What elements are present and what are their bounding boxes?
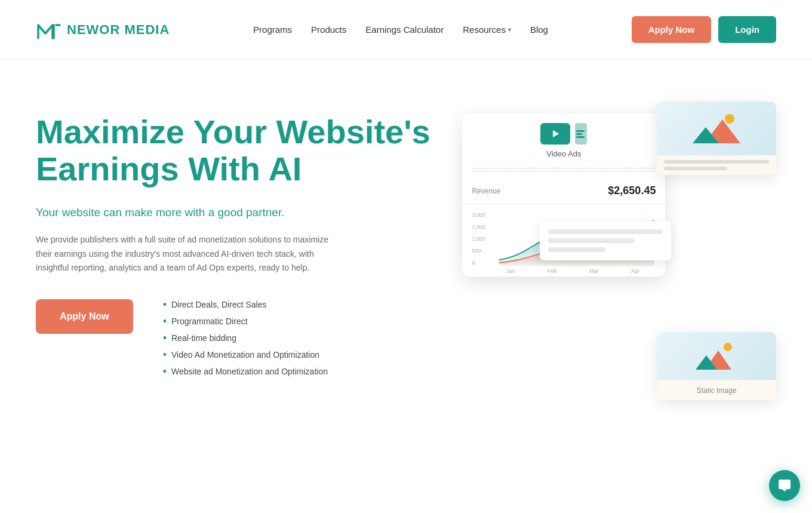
mountain-scene-icon xyxy=(693,110,740,146)
static-image-card: Static Image xyxy=(657,332,776,400)
play-icon xyxy=(549,128,561,140)
list-item: Direct Deals, Direct Sales xyxy=(163,299,328,310)
hero-left: Maximize Your Website's Earnings With AI… xyxy=(36,96,443,383)
navbar: NEWOR MEDIA Programs Products Earnings C… xyxy=(0,0,812,60)
svg-point-3 xyxy=(725,114,734,124)
chat-bubble-button[interactable] xyxy=(769,470,800,501)
nav-products[interactable]: Products xyxy=(311,24,346,35)
chart-y-axis: 3,000 2,000 1,000 500 0 xyxy=(472,212,485,266)
chart-x-axis: Jan Feb Mar Apr xyxy=(490,268,656,274)
hero-features-list: Direct Deals, Direct Sales Programmatic … xyxy=(163,299,328,383)
nav-actions: Apply Now Login xyxy=(632,16,776,43)
list-item: Video Ad Monetization and Optimization xyxy=(163,349,328,360)
nav-earnings-calculator[interactable]: Earnings Calculator xyxy=(365,24,444,35)
hero-right: Video Ads Revenue $2,650.45 3,000 2,000 … xyxy=(450,102,776,448)
list-item: Real-time bidding xyxy=(163,333,328,343)
divider-lines xyxy=(462,168,665,177)
static-image-label-section: Static Image xyxy=(657,380,776,400)
banner-lines xyxy=(548,229,663,252)
chat-icon xyxy=(777,478,792,493)
logo-link[interactable]: NEWOR MEDIA xyxy=(36,17,170,43)
nav-links: Programs Products Earnings Calculator Re… xyxy=(253,24,548,35)
nav-programs[interactable]: Programs xyxy=(253,24,292,35)
camera-icon xyxy=(575,123,587,145)
revenue-section: Revenue $2,650.45 xyxy=(462,177,665,205)
static-image-placeholder xyxy=(657,332,776,380)
video-play-icon xyxy=(540,123,570,145)
revenue-label: Revenue xyxy=(472,187,500,195)
video-ads-label: Video Ads xyxy=(546,149,581,158)
list-item: Website ad Monetization and Optimization xyxy=(163,366,328,377)
hero-heading: Maximize Your Website's Earnings With AI xyxy=(36,113,443,187)
list-item: Programmatic Direct xyxy=(163,316,328,327)
nav-blog[interactable]: Blog xyxy=(530,24,548,35)
hero-section: Maximize Your Website's Earnings With AI… xyxy=(0,60,812,513)
video-ads-section: Video Ads xyxy=(462,113,665,168)
nav-resources[interactable]: Resources ▾ xyxy=(463,24,511,35)
ad-image-placeholder-top xyxy=(657,102,776,155)
chevron-down-icon: ▾ xyxy=(508,26,511,33)
hero-bottom: Apply Now Direct Deals, Direct Sales Pro… xyxy=(36,299,443,383)
banner-overlay-card xyxy=(540,221,671,260)
static-image-scene-icon xyxy=(696,340,737,373)
ad-image-top-footer xyxy=(657,155,776,175)
ad-image-card-top xyxy=(657,102,776,175)
hero-description: We provide publishers with a full suite … xyxy=(36,233,346,275)
hero-subheading: Your website can make more with a good p… xyxy=(36,205,443,221)
logo-text: NEWOR MEDIA xyxy=(67,22,170,38)
svg-point-7 xyxy=(724,343,732,351)
login-button[interactable]: Login xyxy=(718,16,776,43)
svg-marker-1 xyxy=(553,130,559,137)
apply-now-nav-button[interactable]: Apply Now xyxy=(632,16,712,43)
apply-now-hero-button[interactable]: Apply Now xyxy=(36,299,133,334)
revenue-value: $2,650.45 xyxy=(608,185,656,197)
logo-icon xyxy=(36,17,62,43)
static-image-label: Static Image xyxy=(697,386,737,395)
